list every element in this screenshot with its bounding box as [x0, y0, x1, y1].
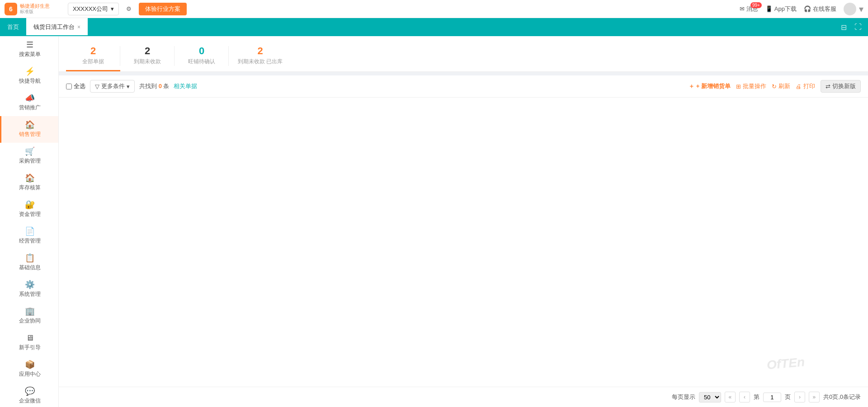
basic-info-icon: 📋 — [25, 254, 35, 262]
related-records-link[interactable]: 相关单据 — [174, 82, 197, 90]
avatar — [844, 3, 856, 15]
nav-minimize-button[interactable]: ⊟ — [837, 21, 850, 33]
stats-tabs: 2 全部单据 2 到期未收款 0 旺铺待确认 2 到期未收款 已出库 — [59, 36, 868, 72]
toolbar: 全选 ▽ 更多条件 ▾ 共找到 0 条 相关单据 ＋ + 新增销货单 ⊞ — [59, 75, 868, 98]
sidebar-label-purchase: 采购管理 — [19, 157, 41, 165]
sales-icon: 🏠 — [25, 121, 35, 129]
pagination-bar: 每页显示 50 « ‹ 第 页 › » 共0页,0条记录 — [59, 387, 868, 407]
sidebar-label-sales: 销售管理 — [19, 131, 41, 138]
page-number-input[interactable] — [763, 393, 781, 402]
sidebar-item-wechat[interactable]: 💬 企业微信 — [0, 383, 58, 407]
page-size-select[interactable]: 50 — [699, 392, 721, 402]
sidebar-item-quick-nav[interactable]: ⚡ 快捷导航 — [0, 63, 58, 89]
stat-label-all: 全部单据 — [75, 58, 111, 65]
sidebar-item-basic-info[interactable]: 📋 基础信息 — [0, 249, 58, 276]
top-header: 6 畅捷通好生意 标准版 XXXXXX公司 ▾ ⚙ 体验行业方案 ✉ 消息 99… — [0, 0, 868, 18]
last-page-button[interactable]: » — [809, 392, 820, 402]
select-all-checkbox[interactable]: 全选 — [66, 82, 85, 90]
main-layout: ☰ 搜索菜单 ⚡ 快捷导航 📣 营销推广 🏠 销售管理 🛒 采购管理 🏠 库存核… — [0, 36, 868, 407]
stat-num-all: 2 — [75, 45, 111, 57]
select-all-label: 全选 — [74, 82, 85, 90]
trial-button[interactable]: 体验行业方案 — [139, 3, 187, 15]
switch-label: 切换新版 — [832, 82, 856, 90]
total-records-text: 共0页,0条记录 — [823, 393, 861, 401]
switch-new-version-button[interactable]: ⇄ 切换新版 — [821, 80, 861, 93]
dropdown-icon: ▾ — [111, 5, 114, 12]
quick-nav-icon: ⚡ — [25, 67, 35, 75]
stat-label-unshipped: 到期未收款 已出库 — [238, 58, 283, 65]
switch-icon: ⇄ — [826, 83, 830, 90]
page-label-prefix: 第 — [754, 393, 760, 401]
sidebar-item-app-center[interactable]: 📦 应用中心 — [0, 356, 58, 383]
stat-tab-wangpu[interactable]: 0 旺铺待确认 — [175, 42, 229, 71]
nav-right-buttons: ⊟ ⛶ — [837, 21, 868, 33]
marketing-icon: 📣 — [25, 94, 35, 102]
sidebar-label-inventory: 库存核算 — [19, 184, 41, 192]
online-service-icon: 🎧 — [804, 5, 811, 12]
online-service-button[interactable]: 🎧 在线客服 — [804, 5, 836, 13]
refresh-button[interactable]: ↻ 刷新 — [772, 82, 790, 90]
sidebar-item-system[interactable]: ⚙️ 系统管理 — [0, 276, 58, 303]
page-label-suffix: 页 — [785, 393, 791, 401]
header-right: ✉ 消息 99+ 📱 App下载 🎧 在线客服 ▾ — [740, 3, 863, 15]
sidebar-item-operations[interactable]: 📄 经营管理 — [0, 223, 58, 249]
add-icon: ＋ — [689, 82, 694, 90]
batch-label: 批量操作 — [743, 82, 766, 90]
sidebar-item-inventory[interactable]: 🏠 库存核算 — [0, 169, 58, 196]
batch-operation-button[interactable]: ⊞ 批量操作 — [736, 82, 766, 90]
sidebar-label-system: 系统管理 — [19, 290, 41, 298]
add-sales-order-button[interactable]: ＋ + 新增销货单 — [689, 82, 731, 90]
company-selector[interactable]: XXXXXX公司 ▾ — [68, 3, 119, 15]
filter-icon: ▽ — [95, 83, 99, 90]
user-avatar-area[interactable]: ▾ — [844, 3, 863, 15]
next-page-button[interactable]: › — [794, 392, 805, 402]
toolbar-right: ＋ + 新增销货单 ⊞ 批量操作 ↻ 刷新 🖨 打印 ⇄ 切换新版 — [689, 80, 861, 93]
sidebar-item-sales[interactable]: 🏠 销售管理 — [0, 116, 58, 143]
sidebar-label-quick-nav: 快捷导航 — [19, 77, 41, 85]
sidebar-item-marketing[interactable]: 📣 营销推广 — [0, 89, 58, 116]
print-label: 打印 — [803, 82, 815, 90]
first-page-button[interactable]: « — [725, 392, 736, 402]
tab-home[interactable]: 首页 — [0, 18, 26, 36]
enterprise-icon: 🏢 — [25, 307, 35, 315]
logo-area: 6 畅捷通好生意 标准版 — [5, 3, 63, 15]
stat-tab-overdue[interactable]: 2 到期未收款 — [120, 42, 175, 71]
select-all-input[interactable] — [66, 84, 72, 89]
app-download-button[interactable]: 📱 App下载 — [765, 5, 797, 13]
more-filter-button[interactable]: ▽ 更多条件 ▾ — [90, 80, 135, 93]
nav-tabs-bar: 首页 钱货日清工作台 × ⊟ ⛶ — [0, 18, 868, 36]
tab-cash-flow[interactable]: 钱货日清工作台 × — [26, 18, 88, 36]
table-area — [59, 98, 868, 387]
online-service-label: 在线客服 — [813, 5, 836, 13]
found-count: 0 — [159, 83, 162, 89]
app-logo-text: 畅捷通好生意 标准版 — [20, 3, 50, 14]
stat-num-overdue: 2 — [129, 45, 165, 57]
sidebar-item-purchase[interactable]: 🛒 采购管理 — [0, 143, 58, 169]
beginner-icon: 🖥 — [26, 334, 34, 342]
sidebar-item-beginner[interactable]: 🖥 新手引导 — [0, 329, 58, 356]
sidebar-item-search-menu[interactable]: ☰ 搜索菜单 — [0, 36, 58, 63]
sidebar-label-enterprise: 企业协同 — [19, 317, 41, 325]
settings-button[interactable]: ⚙ — [123, 3, 135, 15]
stat-tab-unshipped[interactable]: 2 到期未收款 已出库 — [229, 42, 292, 71]
filter-chevron-icon: ▾ — [127, 83, 130, 90]
stat-num-unshipped: 2 — [238, 45, 283, 57]
tab-close-button[interactable]: × — [77, 24, 80, 30]
filter-label: 更多条件 — [101, 82, 125, 90]
purchase-icon: 🛒 — [25, 147, 35, 155]
sidebar-item-enterprise[interactable]: 🏢 企业协同 — [0, 303, 58, 329]
username-label: ▾ — [859, 4, 863, 14]
content-area: 2 全部单据 2 到期未收款 0 旺铺待确认 2 到期未收款 已出库 — [59, 36, 868, 407]
found-prefix: 共找到 — [139, 83, 157, 89]
message-button[interactable]: ✉ 消息 99+ — [740, 5, 758, 13]
sidebar-label-operations: 经营管理 — [19, 237, 41, 245]
wechat-icon: 💬 — [25, 387, 35, 395]
stat-tab-all[interactable]: 2 全部单据 — [66, 42, 120, 71]
app-center-icon: 📦 — [25, 360, 35, 369]
found-unit: 条 — [163, 83, 169, 89]
print-button[interactable]: 🖨 打印 — [796, 82, 815, 90]
sidebar-item-finance[interactable]: 🔐 资金管理 — [0, 196, 58, 223]
sidebar-label-marketing: 营销推广 — [19, 104, 41, 112]
nav-maximize-button[interactable]: ⛶ — [852, 21, 864, 33]
prev-page-button[interactable]: ‹ — [739, 392, 750, 402]
